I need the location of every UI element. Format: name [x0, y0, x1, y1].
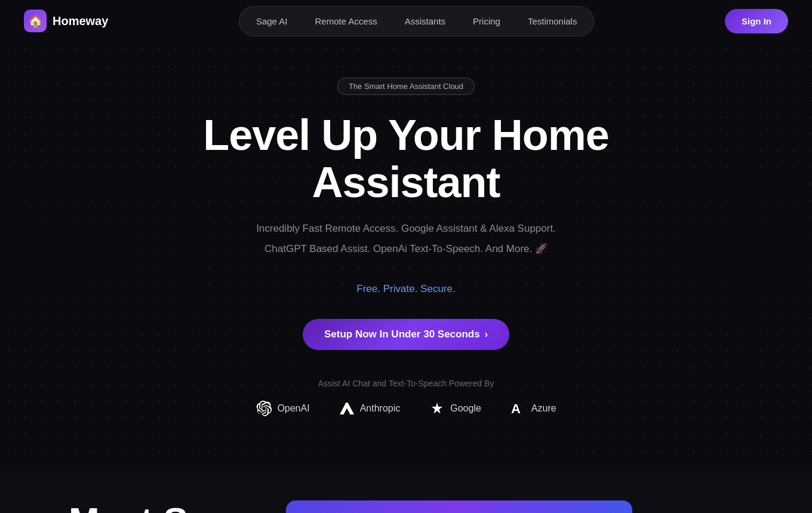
cta-arrow-icon: › — [485, 329, 488, 340]
navbar: 🏠 Homeway Sage AI Remote Access Assistan… — [0, 0, 812, 42]
logo[interactable]: 🏠 Homeway — [24, 10, 108, 32]
setup-now-label: Setup Now In Under 30 Seconds — [324, 328, 480, 340]
setup-now-button[interactable]: Setup Now In Under 30 Seconds › — [303, 319, 509, 350]
anthropic-icon — [339, 400, 355, 417]
nav-item-remote-access[interactable]: Remote Access — [302, 11, 390, 31]
nav-item-testimonials[interactable]: Testimonials — [515, 11, 590, 31]
google-label: Google — [450, 403, 481, 414]
hero-tagline: Free. Private. Secure. — [356, 283, 455, 295]
logo-text: Homeway — [53, 14, 108, 28]
hero-subtitle-2: ChatGPT Based Assist. OpenAi Text-To-Spe… — [264, 241, 548, 257]
google-icon — [429, 400, 445, 417]
hero-cta-row: Setup Now In Under 30 Seconds › — [303, 319, 509, 350]
ai-logos-row: OpenAI Anthropic Google A — [256, 400, 556, 417]
hero-title: Level Up Your Home Assistant — [137, 112, 675, 206]
azure-label: Azure — [531, 403, 556, 414]
nav-links: Sage AI Remote Access Assistants Pricing… — [239, 6, 595, 36]
anthropic-label: Anthropic — [360, 403, 401, 414]
hero-section: The Smart Home Assistant Cloud Level Up … — [0, 42, 812, 465]
hero-subtitle-1: Incredibly Fast Remote Access. Google As… — [256, 220, 556, 236]
ai-provider-azure: A Azure — [510, 400, 556, 417]
hero-badge: The Smart Home Assistant Cloud — [337, 78, 475, 95]
sign-in-button[interactable]: Sign In — [725, 9, 788, 33]
bottom-section: Meet Sage, — [0, 465, 812, 513]
nav-item-sage-ai[interactable]: Sage AI — [243, 11, 301, 31]
ai-provider-openai: OpenAI — [256, 400, 309, 417]
powered-by-label: Assist AI Chat and Text-To-Speach Powere… — [318, 379, 494, 388]
meet-sage-heading: Meet Sage, — [69, 500, 262, 513]
openai-icon — [256, 400, 272, 417]
ai-provider-google: Google — [429, 400, 481, 417]
nav-item-pricing[interactable]: Pricing — [460, 11, 513, 31]
logo-icon: 🏠 — [24, 10, 47, 32]
sage-card — [286, 500, 632, 513]
nav-item-assistants[interactable]: Assistants — [392, 11, 459, 31]
openai-label: OpenAI — [277, 403, 309, 414]
svg-text:A: A — [511, 401, 521, 416]
svg-marker-0 — [432, 403, 442, 414]
azure-icon: A — [510, 400, 527, 417]
ai-provider-anthropic: Anthropic — [339, 400, 401, 417]
